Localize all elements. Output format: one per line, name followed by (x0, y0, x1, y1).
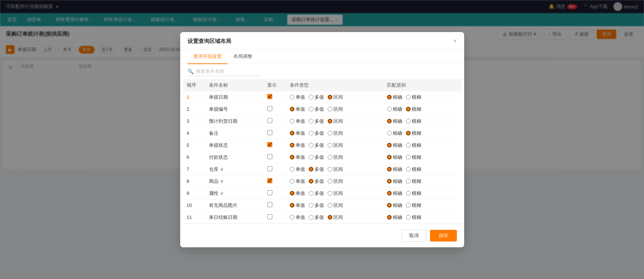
row-display[interactable] (264, 139, 286, 151)
type-radio-item[interactable]: 多值 (309, 166, 324, 173)
match-radio-item[interactable]: 精确 (387, 130, 402, 137)
match-radio-item[interactable]: 模糊 (406, 118, 421, 125)
type-radio-item[interactable]: 单值 (290, 94, 305, 101)
type-radio-item[interactable]: 单值 (290, 130, 305, 137)
type-radio-item[interactable]: 单值 (290, 106, 305, 113)
display-checkbox[interactable] (267, 166, 272, 171)
type-radio-item[interactable]: 多值 (309, 94, 324, 101)
type-radio-item[interactable]: 多值 (309, 118, 324, 125)
type-radio-item[interactable]: 单值 (290, 118, 305, 125)
type-radio-item[interactable]: 区间 (328, 94, 343, 101)
tab-query-fields[interactable]: 查询字段设置 (187, 50, 228, 64)
match-radio-item[interactable]: 精确 (387, 166, 402, 173)
match-radio-item[interactable]: 精确 (387, 106, 402, 113)
display-checkbox[interactable] (267, 106, 272, 111)
match-radio-item[interactable]: 模糊 (406, 154, 421, 161)
col-match: 匹配原则 (383, 79, 461, 91)
row-name: 备注 (205, 127, 264, 139)
row-display[interactable] (264, 127, 286, 139)
row-display[interactable] (264, 151, 286, 163)
match-radio-item[interactable]: 精确 (387, 154, 402, 161)
row-match[interactable]: 精确模糊 (383, 127, 461, 139)
tab-query-label: 查询字段设置 (193, 54, 222, 59)
row-display[interactable] (264, 103, 286, 115)
row-name: 预计到货日期 (205, 115, 264, 127)
modal-search-area: 🔍 (180, 64, 464, 79)
col-type: 条件类型 (286, 79, 383, 91)
row-order: 5 (183, 139, 205, 151)
type-radio-item[interactable]: 区间 (328, 154, 343, 161)
col-order: 顺序 (183, 79, 205, 91)
row-order: 1 (183, 91, 205, 103)
row-name: 单据编号 (205, 103, 264, 115)
table-row: 3预计到货日期单值多值区间精确模糊 (183, 115, 461, 127)
row-match[interactable]: 精确模糊 (383, 91, 461, 103)
row-display[interactable] (264, 163, 286, 172)
match-radio-item[interactable]: 精确 (387, 118, 402, 125)
table-row: 7仓库 ∨单值多值区间精确模糊 (183, 163, 461, 172)
match-radio-item[interactable]: 精确 (387, 142, 402, 149)
type-radio-item[interactable]: 区间 (328, 130, 343, 137)
tab-layout-adjust[interactable]: 布局调整 (228, 50, 258, 64)
display-checkbox[interactable] (267, 130, 272, 135)
row-match[interactable]: 精确模糊 (383, 103, 461, 115)
type-radio-item[interactable]: 区间 (328, 142, 343, 149)
row-type[interactable]: 单值多值区间 (286, 103, 383, 115)
display-checkbox[interactable] (267, 118, 272, 123)
search-icon: 🔍 (187, 68, 194, 74)
row-display[interactable] (264, 91, 286, 103)
display-checkbox[interactable] (267, 142, 272, 147)
table-row: 5单据状态单值多值区间精确模糊 (183, 139, 461, 151)
type-radio-item[interactable]: 多值 (309, 142, 324, 149)
search-input[interactable] (196, 68, 254, 74)
match-radio-item[interactable]: 模糊 (406, 94, 421, 101)
tab-layout-label: 布局调整 (233, 54, 252, 59)
row-order: 2 (183, 103, 205, 115)
type-radio-item[interactable]: 区间 (328, 166, 343, 173)
display-checkbox[interactable] (267, 94, 272, 99)
match-radio-item[interactable]: 精确 (387, 94, 402, 101)
row-name: 付款状态 (205, 151, 264, 163)
display-checkbox[interactable] (267, 154, 272, 159)
type-radio-item[interactable]: 单值 (290, 166, 305, 173)
type-radio-item[interactable]: 区间 (328, 106, 343, 113)
modal-table: 顺序 条件名称 显示 条件类型 匹配原则 1单据日期单值多值区间精确模糊2单据编… (180, 79, 464, 173)
row-match[interactable]: 精确模糊 (383, 151, 461, 163)
row-name: 单据日期 (205, 91, 264, 103)
modal-close-button[interactable]: × (453, 38, 457, 44)
row-order: 6 (183, 151, 205, 163)
match-radio-item[interactable]: 模糊 (406, 106, 421, 113)
row-match[interactable]: 精确模糊 (383, 139, 461, 151)
search-wrap: 🔍 (187, 68, 260, 76)
type-radio-item[interactable]: 多值 (309, 106, 324, 113)
row-name: 单据状态 (205, 139, 264, 151)
row-order: 3 (183, 115, 205, 127)
fields-table: 顺序 条件名称 显示 条件类型 匹配原则 1单据日期单值多值区间精确模糊2单据编… (183, 79, 461, 173)
type-radio-item[interactable]: 多值 (309, 130, 324, 137)
table-row: 1单据日期单值多值区间精确模糊 (183, 91, 461, 103)
row-type[interactable]: 单值多值区间 (286, 139, 383, 151)
table-row: 4备注单值多值区间精确模糊 (183, 127, 461, 139)
row-display[interactable] (264, 115, 286, 127)
modal-overlay: 设置查询区域布局 × 查询字段设置 布局调整 🔍 顺序 (0, 0, 644, 172)
settings-modal: 设置查询区域布局 × 查询字段设置 布局调整 🔍 顺序 (180, 32, 464, 173)
row-match[interactable]: 精确模糊 (383, 163, 461, 172)
table-row: 6付款状态单值多值区间精确模糊 (183, 151, 461, 163)
row-type[interactable]: 单值多值区间 (286, 127, 383, 139)
row-type[interactable]: 单值多值区间 (286, 151, 383, 163)
match-radio-item[interactable]: 模糊 (406, 166, 421, 173)
type-radio-item[interactable]: 多值 (309, 154, 324, 161)
type-radio-item[interactable]: 区间 (328, 118, 343, 125)
row-type[interactable]: 单值多值区间 (286, 115, 383, 127)
row-type[interactable]: 单值多值区间 (286, 91, 383, 103)
match-radio-item[interactable]: 模糊 (406, 130, 421, 137)
col-display: 显示 (264, 79, 286, 91)
modal-header: 设置查询区域布局 × (180, 32, 464, 50)
row-name: 仓库 ∨ (205, 163, 264, 172)
match-radio-item[interactable]: 模糊 (406, 142, 421, 149)
row-type[interactable]: 单值多值区间 (286, 163, 383, 172)
type-radio-item[interactable]: 单值 (290, 142, 305, 149)
type-radio-item[interactable]: 单值 (290, 154, 305, 161)
row-match[interactable]: 精确模糊 (383, 115, 461, 127)
col-name: 条件名称 (205, 79, 264, 91)
